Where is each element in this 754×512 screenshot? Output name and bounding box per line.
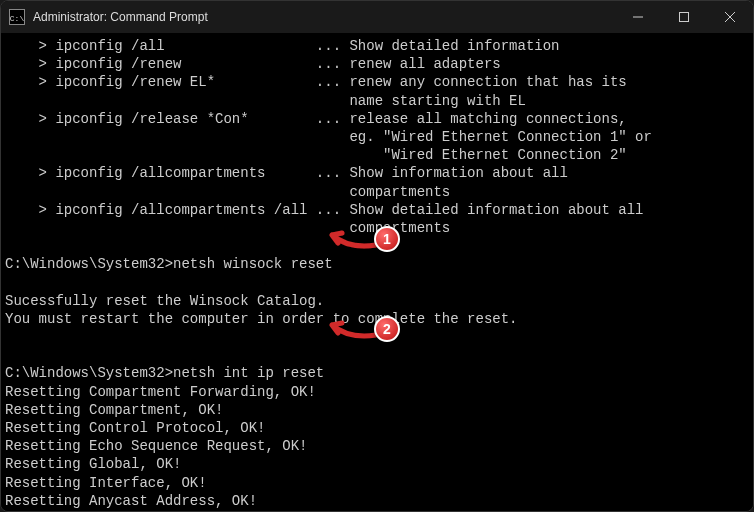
window-controls (615, 1, 753, 33)
minimize-button[interactable] (615, 1, 661, 33)
cmd-icon: C:\ (9, 9, 25, 25)
titlebar-left: C:\ Administrator: Command Prompt (1, 9, 208, 25)
titlebar[interactable]: C:\ Administrator: Command Prompt (1, 1, 753, 33)
window-title: Administrator: Command Prompt (33, 10, 208, 24)
svg-rect-1 (680, 13, 689, 22)
terminal-output[interactable]: > ipconfig /all ... Show detailed inform… (1, 33, 753, 511)
maximize-icon (679, 12, 689, 22)
close-icon (725, 12, 735, 22)
command-prompt-window: C:\ Administrator: Command Prompt > ipco… (0, 0, 754, 512)
maximize-button[interactable] (661, 1, 707, 33)
close-button[interactable] (707, 1, 753, 33)
minimize-icon (633, 12, 643, 22)
